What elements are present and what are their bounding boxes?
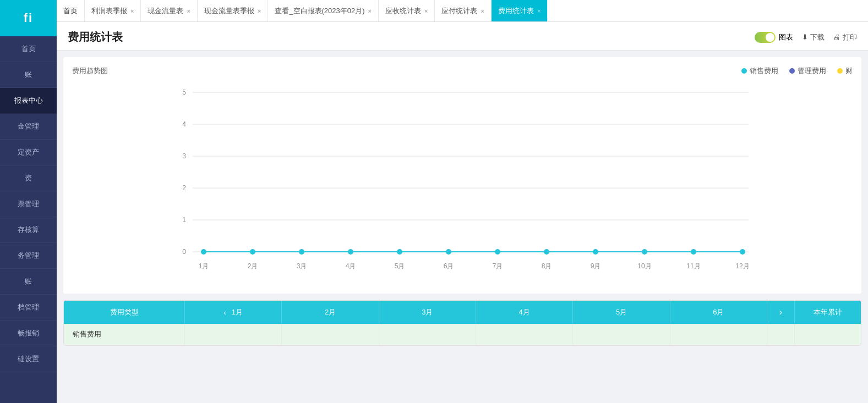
- svg-point-20: [593, 249, 598, 255]
- th-next-nav[interactable]: ›: [767, 301, 795, 324]
- th-ytd: 本年累计: [795, 301, 861, 324]
- sidebar-item-invoice-mgmt[interactable]: 票管理: [0, 191, 57, 217]
- sidebar: fi 首页 账 报表中心 金管理 定资产 资 票管理 存核算 务管理 账 档管理…: [0, 0, 57, 403]
- chart-title: 费用趋势图: [72, 66, 108, 76]
- close-tab-expense-stats[interactable]: ×: [537, 8, 541, 14]
- tab-profit-quarterly[interactable]: 利润表季报 ×: [85, 0, 141, 22]
- legend-finance-expense: 财: [837, 66, 853, 76]
- tab-receivable-stats[interactable]: 应收统计表 ×: [379, 0, 435, 22]
- svg-text:10月: 10月: [637, 262, 651, 270]
- tab-cashflow[interactable]: 现金流量表 ×: [141, 0, 197, 22]
- chart-svg: 5 4 3 2 1 0: [72, 81, 853, 285]
- svg-text:5月: 5月: [395, 262, 405, 270]
- sidebar-item-inventory[interactable]: 存核算: [0, 217, 57, 243]
- tab-blank-report[interactable]: 查看_空白报表(2023年02月) ×: [268, 0, 379, 22]
- th-m4: 4月: [476, 301, 573, 324]
- legend-label-finance: 财: [845, 66, 853, 76]
- svg-text:3月: 3月: [297, 262, 307, 270]
- svg-text:2: 2: [182, 184, 186, 192]
- print-icon: 🖨: [833, 33, 840, 41]
- th-m3: 3月: [379, 301, 476, 324]
- svg-point-15: [348, 249, 353, 255]
- td-expense-type-sales: 销售费用: [64, 324, 185, 345]
- sidebar-item-home[interactable]: 首页: [0, 36, 57, 62]
- tab-bar: 首页 利润表季报 × 现金流量表 × 现金流量表季报 × 查看_空白报表(202…: [57, 0, 868, 22]
- svg-point-16: [397, 249, 402, 255]
- legend-label-admin: 管理费用: [798, 66, 826, 76]
- header-actions: 图表 ⬇ 下载 🖨 打印: [755, 32, 857, 43]
- svg-point-17: [446, 249, 451, 255]
- svg-text:9月: 9月: [591, 262, 601, 270]
- svg-point-23: [740, 249, 745, 255]
- td-m4-sales: [476, 324, 573, 345]
- td-ytd-sales: [795, 324, 861, 345]
- tab-home[interactable]: 首页: [57, 0, 85, 22]
- app-logo: fi: [0, 0, 57, 36]
- td-m2-sales: [282, 324, 379, 345]
- tab-payable-stats[interactable]: 应付统计表 ×: [435, 0, 491, 22]
- sidebar-item-sales-return[interactable]: 畅报销: [0, 321, 57, 346]
- close-tab-receivable-stats[interactable]: ×: [424, 8, 428, 14]
- sidebar-item-ledger[interactable]: 账: [0, 62, 57, 88]
- legend-sales-expense: 销售费用: [741, 66, 778, 76]
- td-m5-sales: [573, 324, 670, 345]
- sidebar-item-report-center[interactable]: 报表中心: [0, 88, 57, 114]
- print-button[interactable]: 🖨 打印: [833, 32, 857, 42]
- svg-point-22: [691, 249, 696, 255]
- download-icon: ⬇: [802, 33, 808, 41]
- tab-cashflow-quarterly[interactable]: 现金流量表季报 ×: [198, 0, 268, 22]
- svg-point-14: [299, 249, 304, 255]
- td-nav-sales: [767, 324, 795, 345]
- chart-header: 费用趋势图 销售费用 管理费用 财: [72, 66, 853, 76]
- sidebar-item-archive-mgmt[interactable]: 档管理: [0, 295, 57, 321]
- th-m2: 2月: [282, 301, 379, 324]
- content-area: 费用趋势图 销售费用 管理费用 财: [57, 51, 868, 403]
- svg-point-13: [250, 249, 255, 255]
- line-chart: 5 4 3 2 1 0: [72, 81, 853, 285]
- download-button[interactable]: ⬇ 下载: [802, 32, 825, 42]
- table-row-sales: 销售费用: [64, 324, 861, 345]
- next-nav-icon[interactable]: ›: [779, 307, 782, 317]
- svg-text:1月: 1月: [199, 262, 209, 270]
- sidebar-item-sub-ledger[interactable]: 账: [0, 269, 57, 295]
- close-tab-cashflow-quarterly[interactable]: ×: [258, 8, 261, 14]
- th-expense-type: 费用类型: [64, 301, 185, 324]
- svg-text:3: 3: [182, 152, 186, 160]
- legend-dot-finance: [837, 68, 843, 74]
- svg-point-18: [495, 249, 500, 255]
- sidebar-item-service-mgmt[interactable]: 务管理: [0, 243, 57, 269]
- close-tab-profit-quarterly[interactable]: ×: [130, 8, 134, 14]
- table-section: 费用类型 ‹ 1月 2月 3月 4月 5月: [63, 300, 861, 346]
- svg-point-19: [544, 249, 549, 255]
- close-tab-cashflow[interactable]: ×: [187, 8, 190, 14]
- svg-text:4月: 4月: [346, 262, 356, 270]
- svg-text:1: 1: [182, 216, 186, 224]
- sidebar-item-basic-settings[interactable]: 础设置: [0, 346, 57, 372]
- main-content: 首页 利润表季报 × 现金流量表 × 现金流量表季报 × 查看_空白报表(202…: [57, 0, 868, 403]
- th-prev-nav[interactable]: ‹ 1月: [185, 301, 282, 324]
- svg-text:5: 5: [182, 89, 186, 96]
- chart-legend: 销售费用 管理费用 财: [741, 66, 853, 76]
- td-m3-sales: [379, 324, 476, 345]
- chart-toggle-wrap[interactable]: 图表: [755, 32, 793, 43]
- close-tab-payable-stats[interactable]: ×: [481, 8, 484, 14]
- svg-text:2月: 2月: [248, 262, 258, 270]
- svg-text:8月: 8月: [542, 262, 552, 270]
- td-m1-sales: [185, 324, 282, 345]
- sidebar-item-fund-mgmt[interactable]: 金管理: [0, 114, 57, 140]
- svg-text:0: 0: [182, 248, 186, 256]
- chart-toggle[interactable]: [755, 32, 776, 43]
- close-tab-blank-report[interactable]: ×: [368, 8, 372, 14]
- page-header: 费用统计表 图表 ⬇ 下载 🖨 打印: [57, 22, 868, 51]
- svg-point-21: [642, 249, 647, 255]
- th-m6: 6月: [670, 301, 767, 324]
- prev-nav-icon[interactable]: ‹: [223, 308, 226, 317]
- svg-text:11月: 11月: [686, 262, 700, 270]
- table-header: 费用类型 ‹ 1月 2月 3月 4月 5月: [64, 301, 861, 324]
- td-m6-sales: [670, 324, 767, 345]
- sidebar-item-fixed-assets[interactable]: 定资产: [0, 140, 57, 165]
- tab-expense-stats[interactable]: 费用统计表 ×: [492, 0, 548, 22]
- svg-text:4: 4: [182, 120, 186, 128]
- svg-text:7月: 7月: [493, 262, 503, 270]
- sidebar-item-invest[interactable]: 资: [0, 165, 57, 191]
